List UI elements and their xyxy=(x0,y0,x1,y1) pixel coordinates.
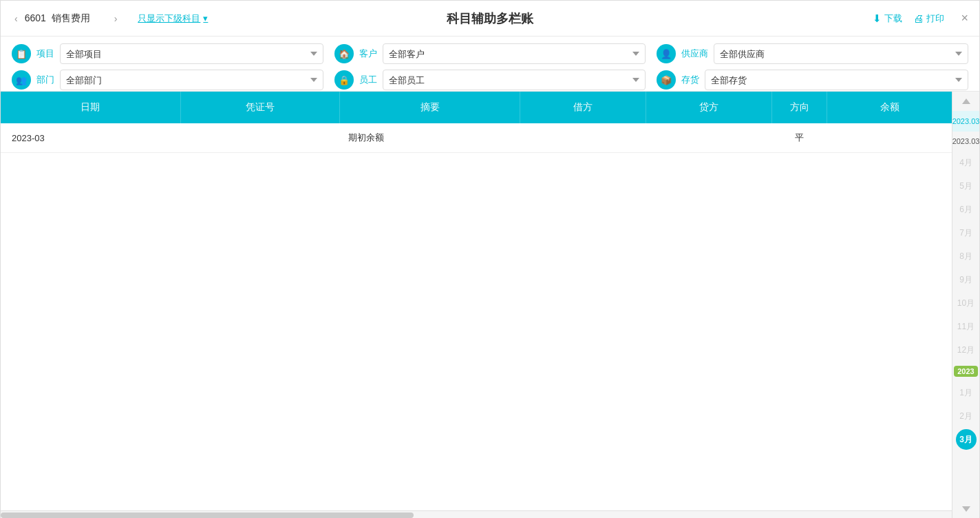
department-icon: 👥 xyxy=(12,70,31,90)
account-label: 6601 销售费用 xyxy=(25,12,107,25)
col-voucher: 凭证号 xyxy=(180,92,339,123)
sidebar-month-4[interactable]: 4月 xyxy=(952,151,979,174)
sidebar-year-badge[interactable]: 2023 xyxy=(952,362,979,381)
sidebar-up-arrow[interactable] xyxy=(952,92,979,111)
account-nav: ‹ 6601 销售费用 › 只显示下级科目 ▾ xyxy=(12,12,208,25)
inventory-label: 存货 xyxy=(681,74,699,86)
sidebar-month-9[interactable]: 9月 xyxy=(952,268,979,291)
account-code: 6601 xyxy=(25,12,46,23)
inventory-icon: 📦 xyxy=(657,70,676,90)
account-name: 销售费用 xyxy=(52,12,90,23)
filter-project: 📋 项目 全部项目 xyxy=(12,43,323,64)
employee-label: 员工 xyxy=(359,74,377,86)
customer-icon: 🏠 xyxy=(334,44,354,63)
sidebar-period-sub[interactable]: 2023.03 xyxy=(952,132,979,151)
filter-department: 👥 部门 全部部门 xyxy=(12,70,323,90)
close-button[interactable]: × xyxy=(961,11,968,25)
sidebar-month-8[interactable]: 8月 xyxy=(952,245,979,268)
sidebar-month-12[interactable]: 12月 xyxy=(952,338,979,362)
customer-select[interactable]: 全部客户 xyxy=(383,43,646,64)
supplier-label: 供应商 xyxy=(681,48,708,60)
customer-label: 客户 xyxy=(359,48,377,60)
sidebar-down-arrow[interactable] xyxy=(952,499,979,518)
table-row: 2023-03 期初余额 平 xyxy=(1,123,952,153)
show-sub-dropdown-icon: ▾ xyxy=(203,13,208,23)
sidebar-period-header[interactable]: 2023.03 xyxy=(952,111,979,132)
print-icon: 🖨 xyxy=(913,12,924,24)
inventory-select[interactable]: 全部存货 xyxy=(705,70,968,90)
prev-account-arrow[interactable]: ‹ xyxy=(12,12,21,25)
project-icon: 📋 xyxy=(12,44,31,63)
print-button[interactable]: 🖨 打印 xyxy=(913,12,944,25)
col-date: 日期 xyxy=(1,92,180,123)
cell-summary: 期初余额 xyxy=(340,123,520,153)
top-actions: ⬇ 下载 🖨 打印 × xyxy=(873,11,968,25)
sidebar-month-7[interactable]: 7月 xyxy=(952,221,979,245)
cell-date: 2023-03 xyxy=(1,123,180,153)
table-container[interactable]: 日期 凭证号 摘要 借方 贷方 方向 余额 2023-03 xyxy=(1,92,952,510)
filter-employee: 🔒 员工 全部员工 xyxy=(334,70,646,90)
filter-supplier: 👤 供应商 全部供应商 xyxy=(657,43,968,64)
table-area: 日期 凭证号 摘要 借方 贷方 方向 余额 2023-03 xyxy=(1,92,979,518)
sidebar-month-10[interactable]: 10月 xyxy=(952,291,979,315)
sidebar-month-1[interactable]: 1月 xyxy=(952,381,979,404)
next-account-arrow[interactable]: › xyxy=(111,12,120,25)
col-direction: 方向 xyxy=(772,92,827,123)
department-label: 部门 xyxy=(36,74,54,86)
sidebar-month-3-active[interactable]: 3月 xyxy=(952,428,979,451)
sidebar-month-2[interactable]: 2月 xyxy=(952,404,979,428)
sidebar-month-6[interactable]: 6月 xyxy=(952,198,979,221)
download-icon: ⬇ xyxy=(873,12,882,25)
filter-inventory: 📦 存货 全部存货 xyxy=(657,70,968,90)
cell-balance xyxy=(827,123,952,153)
col-summary: 摘要 xyxy=(340,92,520,123)
supplier-select[interactable]: 全部供应商 xyxy=(714,43,968,64)
sidebar-month-11[interactable]: 11月 xyxy=(952,315,979,338)
page-title: 科目辅助多栏账 xyxy=(447,10,533,27)
show-sub-label: 只显示下级科目 xyxy=(138,12,200,25)
cell-debit xyxy=(520,123,646,153)
scrollbar-thumb[interactable] xyxy=(1,512,414,518)
print-label: 打印 xyxy=(926,12,944,25)
employee-select[interactable]: 全部员工 xyxy=(383,70,646,90)
col-balance: 余额 xyxy=(827,92,952,123)
right-sidebar: 2023.03 2023.03 4月 5月 6月 7月 8月 9月 10月 11… xyxy=(952,92,979,518)
show-sub-button[interactable]: 只显示下级科目 ▾ xyxy=(138,12,208,25)
project-label: 项目 xyxy=(36,48,54,60)
employee-icon: 🔒 xyxy=(334,70,354,90)
main-window: ‹ 6601 销售费用 › 只显示下级科目 ▾ 科目辅助多栏账 ⬇ 下载 🖨 打… xyxy=(0,0,980,518)
sidebar-month-5[interactable]: 5月 xyxy=(952,174,979,198)
download-label: 下载 xyxy=(884,12,902,25)
project-select[interactable]: 全部项目 xyxy=(60,43,323,64)
cell-credit xyxy=(646,123,772,153)
filter-bar: 📋 项目 全部项目 🏠 客户 全部客户 👤 供应商 全部供应商 xyxy=(1,37,979,92)
department-select[interactable]: 全部部门 xyxy=(60,70,323,90)
sidebar-months: 2023.03 2023.03 4月 5月 6月 7月 8月 9月 10月 11… xyxy=(952,111,979,499)
cell-voucher xyxy=(180,123,339,153)
top-bar: ‹ 6601 销售费用 › 只显示下级科目 ▾ 科目辅助多栏账 ⬇ 下载 🖨 打… xyxy=(1,1,979,37)
year-badge-label: 2023 xyxy=(954,366,977,377)
filter-customer: 🏠 客户 全部客户 xyxy=(334,43,646,64)
supplier-icon: 👤 xyxy=(657,44,676,63)
download-button[interactable]: ⬇ 下载 xyxy=(873,12,902,25)
col-credit: 贷方 xyxy=(646,92,772,123)
horizontal-scrollbar[interactable] xyxy=(1,510,979,518)
col-debit: 借方 xyxy=(520,92,646,123)
cell-direction: 平 xyxy=(772,123,827,153)
data-table: 日期 凭证号 摘要 借方 贷方 方向 余额 2023-03 xyxy=(1,92,952,153)
